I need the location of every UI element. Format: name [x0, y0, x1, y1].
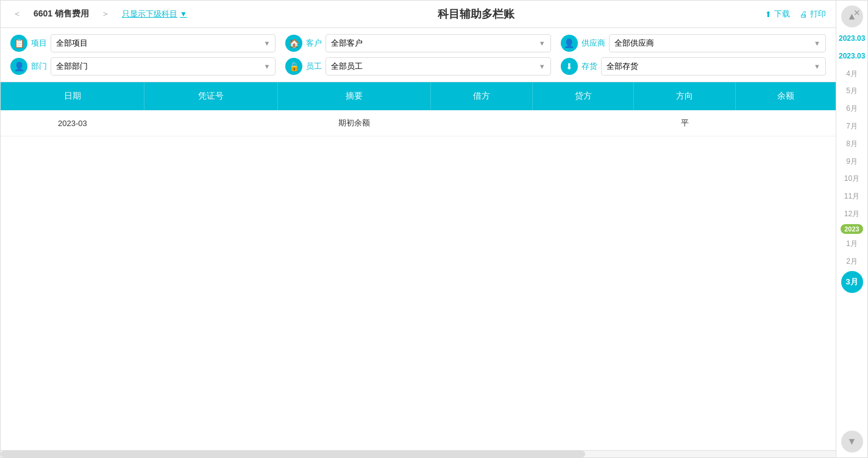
horizontal-scrollbar[interactable] [1, 450, 836, 457]
col-voucher: 凭证号 [144, 82, 277, 110]
department-filter-item: 👤 部门 全部部门 ▼ [10, 57, 276, 76]
employee-value: 全部员工 [331, 61, 363, 72]
project-dropdown-icon: ▼ [263, 40, 270, 47]
col-balance: 余额 [735, 82, 836, 110]
employee-dropdown-icon: ▼ [539, 63, 546, 70]
sidebar-period-1[interactable]: 2023.03 [836, 30, 867, 48]
col-credit: 贷方 [532, 82, 634, 110]
sidebar-year-badge: 2023 [841, 224, 863, 234]
page-title: 科目辅助多栏账 [192, 7, 760, 21]
supplier-value: 全部供应商 [614, 38, 654, 49]
supplier-label: 供应商 [582, 38, 605, 49]
table-row: 2023-03 期初余额 平 [1, 110, 836, 136]
employee-icon: 🔒 [285, 58, 302, 75]
customer-icon: 🏠 [285, 35, 302, 52]
sidebar-month-6[interactable]: 6月 [836, 100, 867, 118]
inventory-filter-item: ⬇ 存货 全部存货 ▼ [561, 57, 826, 76]
right-sidebar: ▲ 2023.03 2023.03 4月 5月 6月 7月 8月 9月 10月 … [836, 1, 867, 457]
table-header-row: 日期 凭证号 摘要 借方 贷方 方向 余额 [1, 82, 836, 110]
sidebar-month-4[interactable]: 4月 [836, 65, 867, 83]
customer-select[interactable]: 全部客户 ▼ [326, 34, 550, 52]
nav-prev-button[interactable]: ＜ [10, 7, 24, 21]
supplier-filter-item: 👤 供应商 全部供应商 ▼ [561, 34, 826, 52]
customer-value: 全部客户 [331, 38, 363, 49]
sidebar-month-2[interactable]: 2月 [836, 253, 867, 270]
filter-row-1: 📋 项目 全部项目 ▼ 🏠 客户 全部客户 ▼ [10, 34, 826, 52]
show-sub-filter[interactable]: 只显示下级科目 ▼ [122, 9, 187, 19]
cell-direction: 平 [634, 110, 736, 136]
inventory-select[interactable]: 全部存货 ▼ [601, 57, 826, 76]
print-button[interactable]: 🖨 打印 [800, 9, 826, 19]
customer-filter-item: 🏠 客户 全部客户 ▼ [285, 34, 550, 52]
employee-select[interactable]: 全部员工 ▼ [326, 57, 550, 76]
department-label: 部门 [31, 61, 47, 72]
nav-next-button[interactable]: ＞ [99, 7, 112, 21]
department-value: 全部部门 [56, 61, 88, 72]
toolbar: ＜ 6601 销售费用 ＞ 只显示下级科目 ▼ 科目辅助多栏账 ⬆ 下载 🖨 打… [1, 1, 836, 28]
show-sub-label: 只显示下级科目 [122, 9, 177, 19]
cell-voucher [144, 110, 277, 136]
filter-area: 📋 项目 全部项目 ▼ 🏠 客户 全部客户 ▼ [1, 28, 836, 82]
col-date: 日期 [1, 82, 144, 110]
col-debit: 借方 [431, 82, 533, 110]
sidebar-nav-down-button[interactable]: ▼ [841, 431, 863, 453]
show-sub-arrow-icon: ▼ [180, 10, 187, 18]
employee-filter-item: 🔒 员工 全部员工 ▼ [285, 57, 550, 76]
print-label: 打印 [810, 9, 826, 19]
col-summary: 摘要 [277, 82, 431, 110]
department-icon: 👤 [10, 58, 27, 75]
data-table: 日期 凭证号 摘要 借方 贷方 方向 余额 2023-03 期初余额 [1, 82, 836, 136]
sidebar-month-10[interactable]: 10月 [836, 170, 867, 188]
action-buttons: ⬆ 下载 🖨 打印 [765, 9, 826, 19]
sidebar-month-11[interactable]: 11月 [836, 188, 867, 205]
department-dropdown-icon: ▼ [263, 63, 270, 70]
cell-date: 2023-03 [1, 110, 144, 136]
supplier-select[interactable]: 全部供应商 ▼ [609, 34, 826, 52]
sidebar-month-9[interactable]: 9月 [836, 153, 867, 171]
customer-dropdown-icon: ▼ [539, 40, 546, 47]
project-label: 项目 [31, 38, 47, 49]
supplier-dropdown-icon: ▼ [814, 40, 820, 47]
inventory-value: 全部存货 [607, 61, 638, 72]
inventory-icon: ⬇ [561, 58, 578, 75]
sidebar-month-7[interactable]: 7月 [836, 118, 867, 135]
sidebar-month-12[interactable]: 12月 [836, 205, 867, 223]
download-label: 下载 [774, 9, 790, 19]
department-select[interactable]: 全部部门 ▼ [51, 57, 276, 76]
col-direction: 方向 [634, 82, 736, 110]
supplier-icon: 👤 [561, 35, 578, 52]
table-container: 日期 凭证号 摘要 借方 贷方 方向 余额 2023-03 期初余额 [1, 82, 836, 450]
sidebar-period-2[interactable]: 2023.03 [836, 48, 867, 65]
project-icon: 📋 [10, 35, 27, 52]
download-icon: ⬆ [765, 10, 772, 19]
cell-credit [532, 110, 634, 136]
customer-label: 客户 [306, 38, 322, 49]
filter-row-2: 👤 部门 全部部门 ▼ 🔒 员工 全部员工 ▼ [10, 57, 826, 76]
print-icon: 🖨 [800, 10, 808, 19]
employee-label: 员工 [306, 61, 322, 72]
project-select[interactable]: 全部项目 ▼ [51, 34, 276, 52]
download-button[interactable]: ⬆ 下载 [765, 9, 790, 19]
account-code-label: 6601 销售费用 [29, 7, 94, 21]
project-filter-item: 📋 项目 全部项目 ▼ [10, 34, 276, 52]
close-button[interactable]: × [853, 7, 860, 19]
sidebar-month-8[interactable]: 8月 [836, 135, 867, 153]
sidebar-month-1[interactable]: 1月 [836, 235, 867, 253]
inventory-label: 存货 [582, 61, 597, 72]
sidebar-month-3-active[interactable]: 3月 [841, 271, 863, 293]
inventory-dropdown-icon: ▼ [814, 63, 820, 70]
cell-debit [431, 110, 533, 136]
sidebar-month-5[interactable]: 5月 [836, 82, 867, 100]
cell-summary: 期初余额 [277, 110, 431, 136]
project-value: 全部项目 [56, 38, 88, 49]
scrollbar-track [1, 451, 585, 457]
cell-balance [735, 110, 836, 136]
